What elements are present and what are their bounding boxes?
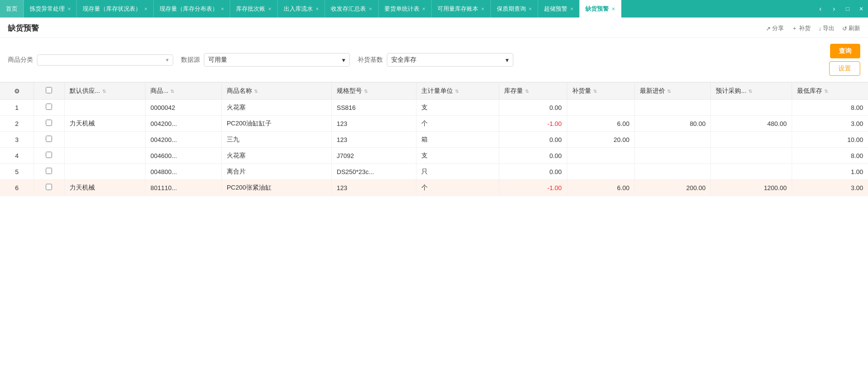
row-checkbox-2[interactable] — [46, 136, 52, 142]
tab-nav-prev[interactable]: ‹ — [814, 0, 827, 18]
cell-minstock-4: 1.00 — [792, 164, 868, 180]
cell-replenish-4 — [567, 164, 634, 180]
th-price[interactable]: 最新进价 ⇅ — [634, 83, 711, 100]
th-unit[interactable]: 主计量单位 ⇅ — [416, 83, 499, 100]
th-checkbox[interactable] — [34, 83, 65, 100]
replenish-button[interactable]: ＋ 补货 — [792, 24, 811, 33]
tab-nav-next[interactable]: › — [827, 0, 841, 18]
tab-close-available[interactable]: × — [481, 6, 484, 12]
cell-est-purchase-0 — [711, 100, 792, 116]
tab-expiry[interactable]: 保质期查询× — [491, 0, 538, 18]
select-all-checkbox[interactable] — [46, 87, 52, 93]
datasource-select[interactable]: 可用量 ▾ — [204, 53, 350, 67]
tab-demand[interactable]: 要货单统计表× — [379, 0, 432, 18]
settings-button[interactable]: 设置 — [829, 61, 860, 76]
cell-checkbox-3[interactable] — [34, 148, 65, 164]
datasource-filter-group: 数据源 可用量 ▾ — [181, 53, 350, 67]
cell-unit-0: 支 — [416, 100, 499, 116]
row-checkbox-1[interactable] — [46, 120, 52, 126]
cell-stock-1: -1.00 — [499, 116, 567, 132]
row-checkbox-0[interactable] — [46, 104, 52, 110]
price-sort-icon: ⇅ — [667, 88, 671, 94]
tab-label-abnormal: 拣货异常处理 — [30, 5, 65, 13]
cell-replenish-2: 20.00 — [567, 132, 634, 148]
cell-checkbox-1[interactable] — [34, 116, 65, 132]
cell-est-purchase-5: 1200.00 — [711, 180, 792, 196]
cell-unit-1: 个 — [416, 116, 499, 132]
th-gear[interactable]: ⚙ — [0, 83, 34, 100]
cell-name-4: 离合片 — [221, 164, 331, 180]
table-row: 2力天机械004200...PC200油缸缸子123个-1.006.0080.0… — [0, 116, 868, 132]
filter-right-buttons: 查询 设置 — [829, 44, 860, 76]
th-code[interactable]: 商品... ⇅ — [145, 83, 222, 100]
th-minstock[interactable]: 最低库存 ⇅ — [792, 83, 868, 100]
cell-checkbox-2[interactable] — [34, 132, 65, 148]
tab-close-batch[interactable]: × — [268, 6, 271, 12]
tab-batch[interactable]: 库存批次账× — [230, 0, 277, 18]
minstock-sort-icon: ⇅ — [824, 88, 828, 94]
th-name[interactable]: 商品名称 ⇅ — [221, 83, 331, 100]
tab-abnormal[interactable]: 拣货异常处理× — [24, 0, 77, 18]
cell-unit-2: 箱 — [416, 132, 499, 148]
cell-est-purchase-4 — [711, 164, 792, 180]
table-header-row: ⚙ 默认供应... ⇅ 商品... ⇅ — [0, 83, 868, 100]
row-checkbox-5[interactable] — [46, 184, 52, 190]
purchase-sort-icon: ⇅ — [748, 88, 752, 94]
page-title: 缺货预警 — [8, 23, 39, 34]
cell-stock-5: -1.00 — [499, 180, 567, 196]
cell-spec-0: SS816 — [332, 100, 416, 116]
row-checkbox-4[interactable] — [46, 168, 52, 174]
th-replenish[interactable]: 补货量 ⇅ — [567, 83, 634, 100]
refresh-button[interactable]: ↺ 刷新 — [842, 24, 860, 33]
cell-checkbox-5[interactable] — [34, 180, 65, 196]
tab-close-receive[interactable]: × — [369, 6, 372, 12]
category-select[interactable]: ▾ — [37, 54, 173, 66]
export-button[interactable]: ↓ 导出 — [818, 24, 834, 33]
tab-nav-expand[interactable]: □ — [841, 0, 854, 18]
cell-minstock-2: 10.00 — [792, 132, 868, 148]
row-checkbox-3[interactable] — [46, 152, 52, 158]
tab-shortage[interactable]: 缺货预警× — [579, 0, 621, 18]
tab-close-stock-status[interactable]: × — [144, 6, 147, 12]
tab-close-inout[interactable]: × — [316, 6, 319, 12]
unit-sort-icon: ⇅ — [455, 88, 459, 94]
tab-close-expiry[interactable]: × — [529, 6, 532, 12]
th-stock[interactable]: 库存量 ⇅ — [499, 83, 567, 100]
tab-label-demand: 要货单统计表 — [384, 5, 419, 13]
cell-checkbox-0[interactable] — [34, 100, 65, 116]
tab-nav-close[interactable]: × — [854, 0, 868, 18]
cell-supplier-2 — [64, 132, 145, 148]
cell-spec-5: 123 — [332, 180, 416, 196]
replenish-base-select[interactable]: 安全库存 ▾ — [387, 53, 513, 67]
tab-stock-dist[interactable]: 现存量（库存分布表）× — [154, 0, 230, 18]
tab-receive[interactable]: 收发存汇总表× — [325, 0, 378, 18]
tab-close-overstock[interactable]: × — [570, 6, 573, 12]
datasource-value: 可用量 — [208, 55, 227, 64]
th-spec[interactable]: 规格型号 ⇅ — [332, 83, 416, 100]
tab-close-abnormal[interactable]: × — [68, 6, 71, 12]
tab-close-shortage[interactable]: × — [612, 6, 615, 12]
stock-sort-icon: ⇅ — [525, 88, 529, 94]
cell-price-3 — [634, 148, 711, 164]
tab-overstock[interactable]: 超储预警× — [538, 0, 579, 18]
tab-label-stock-status: 现存量（库存状况表） — [83, 5, 141, 13]
cell-index-5: 6 — [0, 180, 34, 196]
table-row: 10000042火花塞SS816支0.008.00 — [0, 100, 868, 116]
tab-stock-status[interactable]: 现存量（库存状况表）× — [77, 0, 153, 18]
tab-close-demand[interactable]: × — [422, 6, 425, 12]
cell-spec-1: 123 — [332, 116, 416, 132]
tab-inout[interactable]: 出入库流水× — [278, 0, 325, 18]
tab-home[interactable]: 首页 — [0, 0, 24, 18]
share-button[interactable]: ↗ 分享 — [766, 24, 784, 33]
query-button[interactable]: 查询 — [830, 44, 860, 58]
cell-stock-3: 0.00 — [499, 148, 567, 164]
tab-available[interactable]: 可用量库存账本× — [432, 0, 490, 18]
tab-label-receive: 收发存汇总表 — [331, 5, 366, 13]
cell-checkbox-4[interactable] — [34, 164, 65, 180]
filter-area: 商品分类 ▾ 数据源 可用量 ▾ 补货基数 安全库存 ▾ 查询 设置 — [0, 38, 868, 82]
replenish-base-filter-group: 补货基数 安全库存 ▾ — [358, 53, 513, 67]
th-supplier[interactable]: 默认供应... ⇅ — [64, 83, 145, 100]
cell-price-2 — [634, 132, 711, 148]
th-purchase[interactable]: 预计采购... ⇅ — [711, 83, 792, 100]
tab-close-stock-dist[interactable]: × — [221, 6, 224, 12]
